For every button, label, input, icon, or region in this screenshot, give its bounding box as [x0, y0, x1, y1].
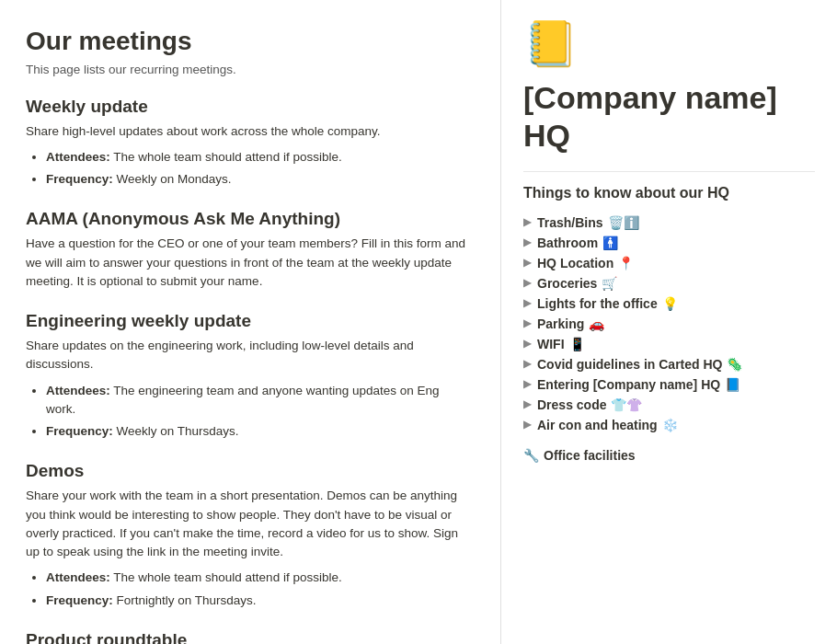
page-title: Our meetings: [26, 26, 471, 57]
hq-list-item[interactable]: ▶WIFI 📱: [523, 334, 815, 354]
hq-item-label: Covid guidelines in Carted HQ: [537, 357, 722, 372]
hq-item-emoji: ❄️: [662, 418, 678, 432]
section-demos: DemosShare your work with the team in a …: [26, 461, 471, 610]
company-title: [Company name] HQ: [523, 79, 815, 155]
hq-item-emoji: 👕👚: [611, 397, 642, 412]
list-item: Attendees: The whole team should attend …: [46, 569, 471, 587]
hq-item-emoji: 🚹: [602, 236, 618, 250]
sections-container: Weekly updateShare high-level updates ab…: [26, 97, 471, 644]
section-heading: Demos: [26, 461, 471, 481]
hq-item-label: Parking: [537, 316, 584, 331]
office-facilities-label: Office facilities: [544, 448, 636, 463]
hq-list-item[interactable]: ▶Bathroom 🚹: [523, 233, 815, 253]
expand-arrow-icon: ▶: [523, 236, 531, 248]
hq-item-emoji: 📱: [569, 337, 585, 351]
left-panel: Our meetings This page lists our recurri…: [0, 0, 501, 644]
divider: [523, 171, 815, 172]
hq-list-item[interactable]: ▶Lights for the office 💡: [523, 293, 815, 314]
expand-arrow-icon: ▶: [523, 257, 531, 269]
office-facilities[interactable]: 🔧 Office facilities: [523, 448, 815, 463]
hq-list-item[interactable]: ▶Covid guidelines in Carted HQ 🦠: [523, 354, 815, 374]
hq-item-label: Lights for the office: [537, 296, 658, 311]
section-heading: Product roundtable: [26, 630, 471, 644]
hq-list-item[interactable]: ▶HQ Location 📍: [523, 253, 815, 273]
list-item: Frequency: Fortnightly on Thursdays.: [46, 592, 471, 610]
hq-item-label: Groceries: [537, 276, 597, 291]
expand-arrow-icon: ▶: [523, 277, 531, 289]
list-item: Attendees: The engineering team and anyo…: [46, 382, 471, 420]
list-item: Frequency: Weekly on Mondays.: [46, 170, 471, 189]
expand-arrow-icon: ▶: [523, 378, 531, 390]
section-weekly-update: Weekly updateShare high-level updates ab…: [26, 97, 471, 190]
section-description: Share high-level updates about work acro…: [26, 122, 471, 141]
hq-list-item[interactable]: ▶Entering [Company name] HQ 📘: [523, 374, 815, 395]
list-item: Attendees: The whole team should attend …: [46, 148, 471, 167]
hq-item-emoji: 🦠: [727, 357, 742, 372]
hq-list-item[interactable]: ▶Air con and heating ❄️: [523, 415, 815, 435]
section-product-roundtable: Product roundtableDiscuss any product qu…: [26, 630, 471, 644]
section-heading: AAMA (Anonymous Ask Me Anything): [26, 209, 471, 229]
expand-arrow-icon: ▶: [523, 419, 531, 431]
expand-arrow-icon: ▶: [523, 358, 531, 370]
hq-item-label: Bathroom: [537, 236, 598, 250]
expand-arrow-icon: ▶: [523, 297, 531, 309]
hq-item-label: Dress code: [537, 397, 606, 412]
hq-list: ▶Trash/Bins 🗑️ℹ️▶Bathroom 🚹▶HQ Location …: [523, 213, 815, 435]
hq-item-label: WIFI: [537, 337, 565, 351]
section-description: Have a question for the CEO or one of yo…: [26, 235, 471, 291]
wrench-icon: 🔧: [523, 448, 539, 463]
section-heading: Weekly update: [26, 97, 471, 117]
notebook-icon: 📒: [523, 18, 815, 70]
hq-item-emoji: 🛒: [602, 276, 617, 291]
hq-item-label: Trash/Bins: [537, 215, 603, 230]
hq-section-title: Things to know about our HQ: [523, 185, 815, 201]
list-item: Frequency: Weekly on Thursdays.: [46, 422, 471, 441]
hq-item-label: Air con and heating: [537, 418, 658, 432]
hq-list-item[interactable]: ▶Groceries 🛒: [523, 273, 815, 293]
hq-item-emoji: 📘: [725, 377, 740, 392]
hq-item-emoji: 🚗: [589, 316, 604, 331]
expand-arrow-icon: ▶: [523, 317, 531, 329]
expand-arrow-icon: ▶: [523, 216, 531, 228]
section-heading: Engineering weekly update: [26, 311, 471, 331]
hq-item-emoji: 🗑️ℹ️: [608, 215, 639, 230]
hq-item-emoji: 📍: [618, 256, 634, 270]
bullet-list: Attendees: The whole team should attend …: [26, 569, 471, 610]
page-subtitle: This page lists our recurring meetings.: [26, 63, 471, 76]
expand-arrow-icon: ▶: [523, 398, 531, 410]
section-aama: AAMA (Anonymous Ask Me Anything)Have a q…: [26, 209, 471, 291]
hq-item-label: Entering [Company name] HQ: [537, 377, 720, 392]
bullet-list: Attendees: The whole team should attend …: [26, 148, 471, 190]
section-description: Share your work with the team in a short…: [26, 487, 471, 561]
hq-list-item[interactable]: ▶Dress code 👕👚: [523, 395, 815, 415]
section-description: Share updates on the engineering work, i…: [26, 337, 471, 374]
hq-list-item[interactable]: ▶Parking 🚗: [523, 314, 815, 334]
expand-arrow-icon: ▶: [523, 338, 531, 350]
hq-list-item[interactable]: ▶Trash/Bins 🗑️ℹ️: [523, 213, 815, 233]
right-panel: 📒 [Company name] HQ Things to know about…: [501, 0, 837, 644]
hq-item-label: HQ Location: [537, 256, 613, 270]
hq-item-emoji: 💡: [662, 296, 678, 311]
bullet-list: Attendees: The engineering team and anyo…: [26, 382, 471, 442]
section-engineering-weekly: Engineering weekly updateShare updates o…: [26, 311, 471, 441]
